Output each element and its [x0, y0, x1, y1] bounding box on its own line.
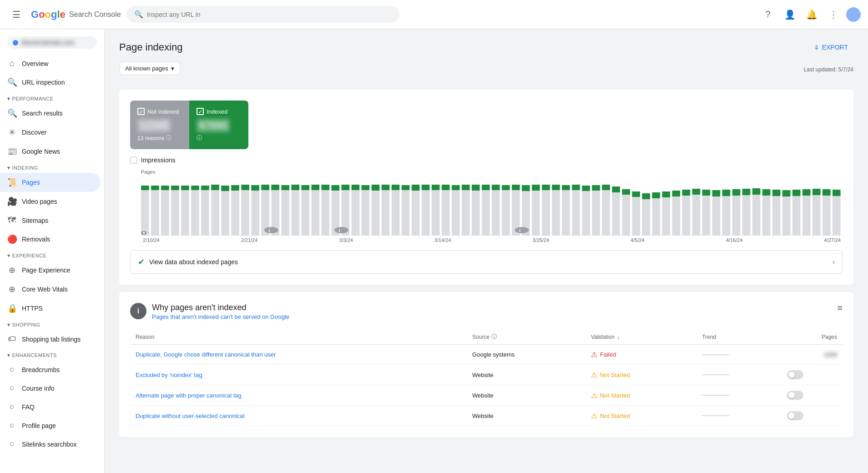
sidebar-item-video-pages[interactable]: 🎥 Video pages — [0, 192, 101, 211]
validation-cell: ⚠ Not Started — [585, 365, 696, 385]
info-icon: i — [130, 303, 146, 319]
page-header: Page indexing ⇓ EXPORT — [119, 40, 853, 55]
svg-rect-31 — [452, 190, 460, 236]
section-title: Why pages aren't indexed — [152, 303, 289, 312]
svg-rect-42 — [562, 190, 570, 236]
svg-text:i: i — [519, 228, 520, 233]
reason-link[interactable]: Alternate page with proper canonical tag — [136, 392, 242, 399]
svg-rect-70 — [141, 186, 149, 190]
svg-rect-34 — [482, 190, 490, 236]
svg-rect-126 — [702, 190, 711, 196]
discover-icon: ✳ — [7, 127, 16, 137]
svg-rect-78 — [221, 186, 229, 191]
svg-rect-53 — [672, 196, 681, 236]
help-icon[interactable]: ? — [759, 5, 777, 24]
overview-icon: ⌂ — [7, 59, 16, 68]
sidebar-item-label: Profile page — [22, 422, 56, 429]
why-not-indexed-table: Reason Source ⓘ Validation ↓ — [130, 329, 843, 426]
not-started-icon: ⚠ — [591, 412, 597, 420]
domain-chip[interactable]: blurred-domain.com — [7, 36, 97, 49]
sidebar-item-course-info[interactable]: ○ Course info — [0, 379, 101, 398]
info-icon[interactable]: ⓘ — [197, 134, 202, 142]
toggle[interactable] — [787, 391, 803, 400]
sidebar-item-removals[interactable]: 🔴 Removals — [0, 230, 101, 249]
sidebar-item-label: Course info — [22, 385, 55, 392]
sidebar-item-label: Google News — [22, 148, 60, 155]
pages-count: 1234 — [824, 351, 837, 358]
chart-svg: 0 i i i — [141, 176, 843, 236]
chart-x-axis: 2/10/24 2/21/24 3/3/24 3/14/24 3/25/24 4… — [141, 237, 843, 243]
sidebar-item-label: Removals — [22, 236, 50, 243]
pages-icon: 📜 — [7, 177, 16, 187]
svg-rect-45 — [592, 191, 600, 236]
svg-rect-79 — [231, 185, 239, 191]
svg-rect-116 — [602, 185, 610, 190]
notifications-icon[interactable]: 🔔 — [802, 5, 821, 24]
sidebar-item-overview[interactable]: ⌂ Overview — [0, 54, 101, 73]
toggle[interactable] — [787, 411, 803, 420]
svg-rect-56 — [702, 196, 711, 236]
chevron-down-icon: ▾ — [7, 322, 10, 328]
url-search-input[interactable] — [147, 11, 392, 18]
sitemaps-icon: 🗺 — [7, 216, 16, 225]
view-indexed-pages-link[interactable]: ✔ View data about indexed pages › — [130, 250, 843, 274]
svg-rect-60 — [742, 195, 751, 236]
validation-cell: ⚠ Not Started — [585, 406, 696, 426]
sidebar-item-google-news[interactable]: 📰 Google News — [0, 142, 101, 161]
course-info-icon: ○ — [7, 383, 16, 393]
avatar[interactable] — [846, 7, 861, 22]
svg-rect-110 — [542, 185, 550, 190]
menu-icon[interactable]: ☰ — [7, 5, 25, 24]
filter-chip-known-pages[interactable]: All known pages ▾ — [119, 62, 180, 75]
sidebar-item-breadcrumbs[interactable]: ○ Breadcrumbs — [0, 360, 101, 379]
sidebar-item-sitelinks-searchbox[interactable]: ○ Sitelinks searchbox — [0, 435, 101, 453]
col-source[interactable]: Source ⓘ — [467, 329, 585, 345]
sidebar-item-discover[interactable]: ✳ Discover — [0, 123, 101, 142]
trend-line — [702, 415, 729, 416]
apps-icon[interactable]: ⋮ — [824, 5, 843, 24]
sidebar-item-label: Discover — [22, 129, 46, 136]
topbar: ☰ Google Search Console 🔍 ? 👤 🔔 ⋮ — [0, 0, 868, 29]
indexed-checkbox[interactable]: ✓ — [197, 108, 204, 115]
info-icon[interactable]: ⓘ — [166, 134, 172, 142]
col-validation[interactable]: Validation ↓ — [585, 329, 696, 345]
svg-rect-21 — [352, 190, 360, 236]
sidebar-item-label: Page Experience — [22, 267, 71, 274]
svg-rect-17 — [311, 190, 319, 236]
search-bar[interactable]: 🔍 — [126, 6, 399, 23]
svg-rect-109 — [532, 185, 540, 191]
chevron-right-icon: › — [833, 258, 835, 266]
sidebar-item-sitemaps[interactable]: 🗺 Sitemaps — [0, 211, 101, 230]
svg-rect-98 — [422, 185, 430, 190]
not-indexed-checkbox[interactable]: ✓ — [137, 108, 145, 115]
svg-rect-58 — [722, 196, 731, 236]
reason-link[interactable]: Duplicate, Google chose different canoni… — [136, 351, 276, 358]
svg-rect-39 — [532, 191, 540, 236]
svg-rect-117 — [612, 186, 620, 192]
sidebar-item-shopping-tab[interactable]: 🏷 Shopping tab listings — [0, 330, 101, 348]
sitelinks-searchbox-icon: ○ — [7, 439, 16, 449]
svg-rect-68 — [823, 196, 831, 236]
sidebar-item-url-inspection[interactable]: 🔍 URL inspection — [0, 73, 101, 92]
toggle[interactable] — [787, 370, 803, 379]
export-button[interactable]: ⇓ EXPORT — [808, 40, 853, 55]
source-cell: Google systems — [467, 345, 585, 365]
sidebar-item-search-results[interactable]: 🔍 Search results — [0, 104, 101, 123]
reason-link[interactable]: Duplicate without user-selected canonica… — [136, 413, 244, 419]
filter-icon[interactable]: ≡ — [837, 303, 843, 313]
svg-rect-119 — [632, 191, 640, 197]
account-icon[interactable]: 👤 — [781, 5, 799, 24]
impressions-checkbox[interactable] — [130, 156, 137, 164]
reason-link[interactable]: Excluded by 'noindex' tag — [136, 372, 202, 378]
sidebar-item-page-experience[interactable]: ⊕ Page Experience — [0, 261, 101, 280]
validation-status: Not Started — [600, 392, 630, 399]
sidebar-item-label: Shopping tab listings — [22, 336, 81, 343]
sidebar-item-core-web-vitals[interactable]: ⊕ Core Web Vitals — [0, 280, 101, 299]
table-row: Duplicate, Google chose different canoni… — [130, 345, 843, 365]
sidebar-item-pages[interactable]: 📜 Pages — [0, 173, 101, 192]
sidebar-item-https[interactable]: 🔒 HTTPS — [0, 299, 101, 318]
sidebar-item-profile-page[interactable]: ○ Profile page — [0, 416, 101, 435]
sidebar-item-faq[interactable]: ○ FAQ — [0, 398, 101, 416]
svg-rect-94 — [382, 185, 390, 190]
svg-rect-4 — [181, 190, 189, 236]
